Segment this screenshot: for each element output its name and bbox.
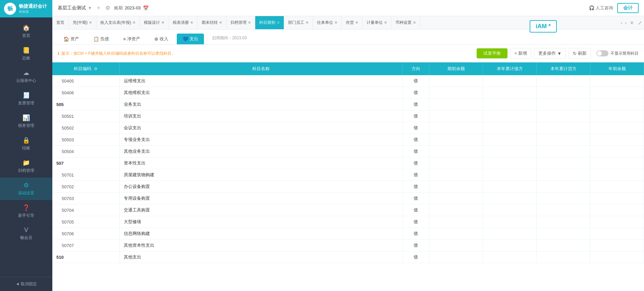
logo-icon: 畅: [4, 3, 16, 15]
tab-close-icon[interactable]: ✕: [384, 20, 387, 25]
sidebar-item-税务管理[interactable]: 📊 税务管理: [0, 110, 52, 133]
table-row[interactable]: 50706 信息网络购建 借: [52, 228, 644, 240]
tab-存货[interactable]: 存货✕: [342, 16, 363, 29]
tab-首页[interactable]: 首页: [52, 16, 69, 29]
balance-button[interactable]: 试算平衡: [477, 48, 507, 58]
tab-税表清册[interactable]: 税表清册✕: [169, 16, 198, 29]
cell-code: 50703: [52, 193, 119, 204]
sidebar-item-畅会员[interactable]: V 畅会员: [0, 223, 52, 245]
tab-模版设计[interactable]: 模版设计✕: [140, 16, 169, 29]
cat-tab-label: 支出: [190, 36, 198, 42]
sidebar-collapse-btn[interactable]: ◄ 取消固定: [0, 277, 52, 291]
tabs-next-btn[interactable]: ›: [624, 19, 628, 26]
table-row[interactable]: 50501 培训支出 借: [52, 110, 644, 122]
toggle-disabled[interactable]: 不显示禁用科目: [596, 50, 639, 56]
tab-部门员工[interactable]: 部门员工✕: [284, 16, 313, 29]
toggle-switch[interactable]: [596, 50, 608, 56]
tab-close-icon[interactable]: ✕: [413, 20, 416, 25]
tabs-prev-btn[interactable]: ‹: [620, 19, 624, 26]
company-chevron-icon: ▼: [88, 6, 92, 10]
toggle-label: 不显示禁用科目: [610, 51, 639, 56]
table-row[interactable]: 50703 专用设备购置 借: [52, 193, 644, 204]
add-company-icon[interactable]: ＋: [96, 4, 101, 11]
tab-币种设置[interactable]: 币种设置✕: [391, 16, 420, 29]
calendar-icon[interactable]: 📅: [143, 5, 149, 11]
cell-balance: [429, 228, 483, 240]
tab-close-icon[interactable]: ✕: [334, 20, 337, 25]
table-row[interactable]: 50405 运维维支出 借: [52, 75, 644, 87]
sidebar-item-云报表中心[interactable]: ☁ 云报表中心: [0, 65, 52, 88]
table-row[interactable]: 507 资本性支出 借: [52, 157, 644, 169]
tab-期末结转[interactable]: 期末结转✕: [198, 16, 226, 29]
sidebar-item-icon: 📊: [22, 114, 30, 122]
tab-close-icon[interactable]: ✕: [248, 20, 251, 25]
tab-close-icon[interactable]: ✕: [161, 20, 164, 25]
tabs-close-btn[interactable]: ✕: [628, 19, 636, 26]
table-row[interactable]: 50502 会议支出 借: [52, 122, 644, 134]
table-row[interactable]: 505 业务支出 借: [52, 99, 644, 110]
cell-name: 其他支出: [119, 251, 402, 263]
tab-归档管理[interactable]: 归档管理✕: [226, 16, 255, 29]
cat-tab-净资产[interactable]: ≡ 净资产: [117, 34, 146, 44]
tab-close-icon[interactable]: ✕: [219, 20, 222, 25]
table-row[interactable]: 50707 其他资本性支出 借: [52, 240, 644, 251]
cell-balance: [429, 122, 483, 134]
sidebar-item-总账[interactable]: 📒 总账: [0, 43, 52, 65]
cell-balance: [429, 204, 483, 216]
tab-label: 归档管理: [230, 20, 247, 26]
tab-收入支出表(年报)[interactable]: 收入支出表(年报)✕: [96, 16, 140, 29]
cell-direction: 借: [402, 228, 429, 240]
tab-往来单位[interactable]: 往来单位✕: [313, 16, 342, 29]
topbar: 基层工会测试 ▼ ＋ ⚙ 账期 2023-03 📅 🎧 人工咨询 会计: [52, 0, 644, 16]
cell-name: 其他业务支出: [119, 146, 402, 157]
cell-name: 会议支出: [119, 122, 402, 134]
tab-close-icon[interactable]: ✕: [306, 20, 309, 25]
more-button[interactable]: 更多操作 ▼: [534, 48, 566, 59]
period-selector[interactable]: 账期 2023-03 📅: [114, 5, 149, 11]
toolbar: ℹ 提示：按Ctrl + F键并输入科目编码或者科目名称可以查找科目。 试算平衡…: [52, 45, 644, 62]
table-row[interactable]: 50504 其他业务支出 借: [52, 146, 644, 157]
table-row[interactable]: 50704 交通工具购置 借: [52, 204, 644, 216]
column-settings-icon[interactable]: ⚙: [94, 66, 98, 71]
table-row[interactable]: 510 其他支出 借: [52, 251, 644, 263]
cat-tab-label: 收入: [160, 36, 168, 42]
tab-凭(中期)[interactable]: 凭(中期)✕: [69, 16, 96, 29]
tab-close-icon[interactable]: ✕: [89, 20, 92, 25]
cell-code: 50504: [52, 146, 119, 157]
tab-close-icon[interactable]: ✕: [190, 20, 193, 25]
settings-icon[interactable]: ⚙: [105, 5, 110, 11]
sidebar-item-结账[interactable]: 🔒 结账: [0, 133, 52, 155]
sidebar-item-基础设置[interactable]: ⚙ 基础设置: [0, 178, 52, 200]
sidebar-item-发票管理[interactable]: 🧾 发票管理: [0, 88, 52, 110]
refresh-icon: ↻: [573, 51, 577, 56]
table-row[interactable]: 50503 专项业务支出 借: [52, 134, 644, 146]
sidebar-item-label: 结账: [22, 145, 30, 151]
table-row[interactable]: 50701 房屋建筑物购建 借: [52, 169, 644, 181]
tab-close-icon[interactable]: ✕: [355, 20, 358, 25]
service-btn[interactable]: 🎧 人工咨询: [589, 5, 613, 11]
cat-tab-资产[interactable]: 🏠 资产: [58, 34, 85, 44]
cell-code: 50704: [52, 204, 119, 216]
tabs-expand-btn[interactable]: ⤢: [636, 19, 644, 26]
cat-tab-收入[interactable]: ⊕ 收入: [149, 34, 174, 44]
cat-tab-负债[interactable]: 📋 负债: [88, 34, 115, 44]
tab-计量单位[interactable]: 计量单位✕: [363, 16, 391, 29]
table-row[interactable]: 50702 办公设备购置 借: [52, 181, 644, 193]
tab-close-icon[interactable]: ✕: [277, 20, 280, 25]
tab-科目期初[interactable]: 科目期初✕: [255, 16, 284, 29]
tab-label: 币种设置: [395, 20, 412, 26]
table-row[interactable]: 50406 其他维权支出 借: [52, 87, 644, 99]
company-selector[interactable]: 基层工会测试 ▼: [58, 5, 92, 11]
hint-text: ℹ 提示：按Ctrl + F键并输入科目编码或者科目名称可以查找科目。: [58, 51, 474, 56]
sidebar-item-归档管理[interactable]: 📁 归档管理: [0, 155, 52, 178]
refresh-button[interactable]: ↻ 刷新: [569, 48, 591, 59]
table-row[interactable]: 50705 大型修缮 借: [52, 216, 644, 228]
sidebar-item-新手引导[interactable]: ❓ 新手引导: [0, 200, 52, 223]
account-button[interactable]: 会计: [617, 3, 639, 13]
cat-tab-支出[interactable]: 💙 支出: [177, 34, 204, 44]
tab-label: 计量单位: [367, 20, 383, 26]
sidebar-item-首页[interactable]: 🏠 首页: [0, 20, 52, 43]
tab-close-icon[interactable]: ✕: [132, 20, 136, 25]
sidebar: 畅 畅捷通好会计 体验版 🏠 首页📒 总账☁ 云报表中心🧾 发票管理📊 税务管理…: [0, 0, 52, 291]
add-button[interactable]: + 新增: [510, 48, 531, 59]
